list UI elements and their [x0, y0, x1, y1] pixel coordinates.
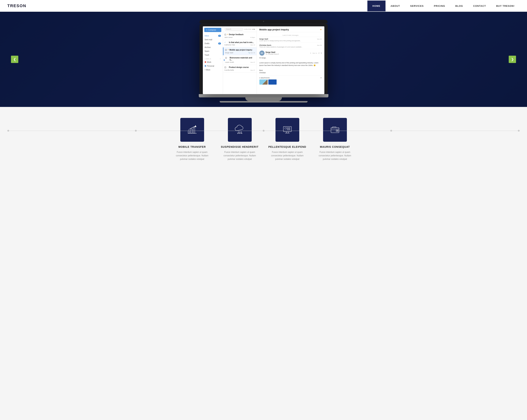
feature-icon-box-2: [275, 118, 299, 142]
more-icon[interactable]: ▾: [321, 52, 322, 54]
svg-rect-15: [287, 129, 290, 130]
sidebar-item-archive[interactable]: Archive: [203, 45, 223, 49]
nav-link-pricing[interactable]: PRICING: [429, 0, 450, 11]
sidebar-label-work[interactable]: Work: [203, 60, 223, 64]
personal-label: Personal: [207, 65, 214, 67]
navbar: TRESON HOME ABOUT SERVICES PRICING BLOG …: [0, 0, 527, 12]
email-sender-1: Catherine Tate: [224, 44, 235, 46]
email-sender-2: Serge Vasil: [225, 52, 233, 54]
detail-star-icon[interactable]: ★: [320, 28, 322, 31]
star-icon-1[interactable]: ☆: [227, 41, 228, 43]
nav-item-services[interactable]: SERVICES: [405, 0, 429, 11]
thread-preview-1: There are many variations of passages of…: [259, 46, 322, 48]
connector-dot-3: [390, 130, 392, 132]
wallet-icon: [329, 124, 340, 135]
nav-item-blog[interactable]: BLOG: [450, 0, 468, 11]
attachments-label: 2 attachments: [259, 77, 270, 79]
nav-links: HOME ABOUT SERVICES PRICING BLOG CONTACT…: [367, 0, 520, 11]
sent-label: Sent mail: [205, 39, 212, 41]
unread-dot-3: [224, 59, 225, 61]
inbox-badge: 3: [218, 35, 221, 37]
nav-link-home[interactable]: HOME: [367, 0, 385, 11]
nav-link-blog[interactable]: BLOG: [450, 0, 468, 11]
checkbox-1[interactable]: ✓: [224, 41, 226, 43]
checkbox-4[interactable]: ☐: [224, 66, 226, 69]
feature-title-2: PELLENTESQUE ELEIFEND: [267, 145, 307, 148]
download-icon[interactable]: ⬇: [320, 77, 322, 79]
nav-link-buy[interactable]: BUY TRESON!: [491, 0, 520, 11]
email-item-4[interactable]: ☐ ☆ Product design course Camilla Belle …: [223, 65, 257, 73]
nav-link-contact[interactable]: CONTACT: [468, 0, 491, 11]
drafts-label: Drafts: [205, 43, 209, 44]
email-item-2[interactable]: ☐ ★ Mobile app project inquiry Serge Vas…: [223, 47, 257, 55]
feature-icon-box-3: [323, 118, 347, 142]
avatar: SV: [259, 51, 264, 56]
sidebar-label-personal[interactable]: Personal: [203, 64, 223, 68]
nav-item-home[interactable]: HOME: [367, 0, 385, 11]
msg-body1: Lorem Ipsum is simply dummy text of the …: [259, 62, 322, 67]
compose-label: Compose: [208, 29, 216, 31]
nav-item-pricing[interactable]: PRICING: [429, 0, 450, 11]
checkbox-2[interactable]: ☐: [225, 49, 227, 51]
msg-star-icon[interactable]: ★: [310, 52, 311, 54]
email-subject-3: Bistronome materials and s...: [230, 57, 255, 61]
sidebar-item-sent[interactable]: Sent mail: [203, 38, 223, 42]
search-input[interactable]: Search: [224, 27, 243, 31]
email-subject-0: Design feedback: [229, 33, 255, 35]
sidebar-item-spam[interactable]: Spam: [203, 49, 223, 53]
sidebar-item-drafts[interactable]: Drafts 2: [203, 42, 223, 45]
email-item-1[interactable]: ✓ ☆ Is that what you had in min... Cathe…: [223, 40, 257, 47]
next-slide-button[interactable]: ❯: [509, 56, 516, 63]
feature-desc-2: Fusce interdum sapien ut quam consectetu…: [267, 151, 307, 161]
msg-meta: Serge Vasil To: Christian Davis ▾: [266, 51, 309, 55]
older-messages[interactable]: Load 24 older messages: [259, 34, 322, 37]
star-icon-2[interactable]: ★: [228, 49, 229, 51]
feature-desc-0: Fusce interdum sapien ut quam consectetu…: [172, 151, 212, 161]
email-sender-0: Jack Jones: [224, 36, 233, 38]
labels-title: LABELS: [205, 58, 211, 60]
trash-label: Trash: [205, 54, 209, 56]
thread-item-0[interactable]: Serge Vasil Nov 03 Lorem Ipsum is simply…: [259, 38, 322, 43]
thread-item-1[interactable]: Christian Davis Nov 05 There are many va…: [259, 44, 322, 49]
feature-icon-box-1: [228, 118, 252, 142]
nav-link-services[interactable]: SERVICES: [405, 0, 429, 11]
checkbox-0[interactable]: ☐: [224, 33, 226, 36]
email-subject-2: Mobile app project inquiry: [230, 49, 255, 51]
star-icon-4[interactable]: ☆: [227, 66, 228, 68]
compose-icon: ✏: [206, 29, 208, 31]
sidebar-label-more[interactable]: + More: [203, 68, 223, 72]
svg-rect-19: [331, 128, 339, 133]
msg-body3: Christian: [259, 72, 322, 74]
nav-item-buy[interactable]: BUY TRESON!: [491, 0, 520, 11]
svg-rect-14: [287, 128, 290, 128]
star-icon-0[interactable]: ★: [227, 33, 228, 35]
attachments-bar: 2 attachments ⬇: [259, 76, 322, 79]
feature-icon-box-0: [180, 118, 204, 142]
page-info: 1-24 of 112: [244, 28, 251, 30]
thread-sender-1: Christian Davis: [259, 44, 272, 46]
checkbox-3[interactable]: ☐: [225, 57, 227, 59]
next-page-icon[interactable]: ▶: [254, 28, 255, 30]
sidebar-item-inbox[interactable]: Inbox 3: [203, 34, 223, 38]
svg-rect-0: [188, 131, 190, 133]
prev-slide-button[interactable]: ❮: [11, 56, 18, 63]
reply-icon[interactable]: ↩: [318, 52, 320, 54]
svg-rect-1: [191, 129, 192, 133]
compose-button[interactable]: ✏ Compose: [204, 28, 221, 32]
feature-item-1: SUSPENDISSE HENDRERIT Fusce interdum sap…: [216, 118, 264, 161]
email-client: ✏ Compose Inbox 3 Sent mail Dr: [203, 26, 324, 94]
email-item-3[interactable]: ☐ ☆ Bistronome materials and s... Lewis …: [223, 55, 257, 65]
nav-item-about[interactable]: ABOUT: [385, 0, 405, 11]
email-item-0[interactable]: ☐ ★ Design feedback Jack Jones 4:30pm: [223, 32, 257, 40]
thread-sender-0: Serge Vasil: [259, 38, 268, 40]
laptop-camera-bar: [199, 20, 328, 23]
prev-page-icon[interactable]: ◀: [252, 28, 253, 30]
email-list: Search 1-24 of 112 ◀ ▶ ☐ ★ Design f: [223, 26, 257, 94]
nav-item-contact[interactable]: CONTACT: [468, 0, 491, 11]
feature-item-3: MAURIS CONSEQUAT Fusce interdum sapien u…: [311, 118, 359, 161]
star-icon-3[interactable]: ☆: [228, 57, 229, 58]
labels-section: LABELS +: [203, 57, 223, 60]
nav-link-about[interactable]: ABOUT: [385, 0, 405, 11]
sidebar-item-trash[interactable]: Trash: [203, 53, 223, 57]
attachment-thumb-1: [268, 79, 277, 85]
